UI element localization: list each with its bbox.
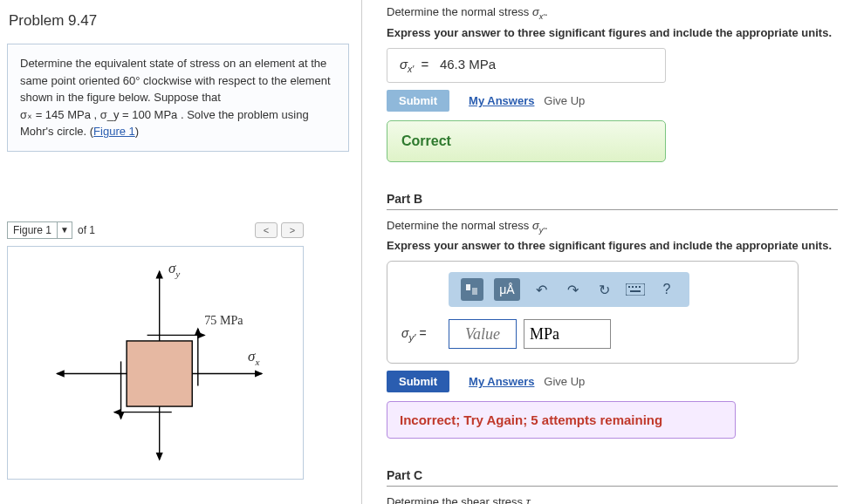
part-a-hint: Express your answer to three significant…: [387, 26, 838, 39]
part-b: Part B Determine the normal stress σy′. …: [387, 192, 838, 439]
help-icon[interactable]: ?: [656, 279, 677, 300]
part-a-give-up-link[interactable]: Give Up: [544, 94, 585, 107]
problem-title: Problem 9.47: [9, 12, 349, 30]
part-a-value: 46.3: [440, 57, 465, 72]
svg-text:σx: σx: [248, 348, 259, 367]
part-c: Part C Determine the shear stress τx′y′.: [387, 468, 838, 504]
part-b-value-input[interactable]: [449, 319, 517, 349]
part-c-instruction: Determine the shear stress τx′y′.: [387, 495, 838, 504]
figure-link[interactable]: Figure 1: [93, 125, 135, 138]
part-b-unit-input[interactable]: [524, 319, 611, 349]
figure-bar: Figure 1 ▼ of 1 < >: [7, 221, 349, 239]
svg-rect-14: [626, 283, 645, 296]
figure-selector[interactable]: Figure 1 ▼: [7, 221, 72, 239]
redo-icon[interactable]: ↷: [562, 279, 583, 300]
svg-rect-15: [628, 286, 630, 288]
part-b-hint: Express your answer to three significant…: [387, 239, 838, 252]
problem-statement: Determine the equivalent state of stress…: [7, 44, 349, 152]
figure-prev-button[interactable]: <: [255, 222, 278, 238]
svg-text:75 MPa: 75 MPa: [204, 313, 243, 327]
problem-text-3: ): [135, 125, 139, 138]
problem-text-1: Determine the equivalent state of stress…: [20, 57, 331, 104]
part-a: Determine the normal stress σx′. Express…: [387, 5, 838, 162]
stress-element-diagram: σy σx 75 MPa: [8, 247, 303, 467]
answer-toolbar: μÅ ↶ ↷ ↻ ?: [449, 272, 689, 307]
keyboard-icon[interactable]: [625, 279, 646, 300]
figure-of-text: of 1: [78, 224, 95, 236]
svg-rect-16: [632, 286, 634, 288]
right-panel: Determine the normal stress σx′. Express…: [362, 0, 850, 504]
part-b-my-answers-link[interactable]: My Answers: [469, 375, 534, 388]
part-a-submit-button[interactable]: Submit: [387, 90, 449, 112]
svg-rect-0: [127, 340, 192, 405]
figure-area: σy σx 75 MPa: [7, 246, 304, 480]
part-b-submit-button[interactable]: Submit: [387, 371, 449, 392]
svg-rect-18: [639, 286, 641, 288]
part-a-feedback-correct: Correct: [387, 120, 666, 162]
svg-rect-17: [635, 286, 637, 288]
chevron-down-icon: ▼: [58, 225, 72, 235]
part-c-header: Part C: [387, 468, 838, 487]
figure-next-button[interactable]: >: [281, 222, 304, 238]
part-b-instruction: Determine the normal stress σy′.: [387, 219, 838, 235]
part-a-instruction: Determine the normal stress σx′.: [387, 5, 838, 21]
svg-rect-19: [630, 290, 641, 292]
part-b-feedback-incorrect: Incorrect; Try Again; 5 attempts remaini…: [387, 401, 736, 439]
problem-text-2: σₓ = 145 MPa , σ_y = 100 MPa . Solve the…: [20, 108, 309, 139]
left-panel: Problem 9.47 Determine the equivalent st…: [0, 0, 362, 504]
undo-icon[interactable]: ↶: [531, 279, 552, 300]
part-b-eq-label: σy′ =: [401, 326, 442, 343]
svg-rect-13: [472, 288, 477, 295]
part-b-give-up-link[interactable]: Give Up: [544, 375, 585, 388]
svg-text:σy: σy: [168, 260, 180, 279]
part-b-header: Part B: [387, 192, 838, 210]
template-icon[interactable]: [461, 278, 483, 301]
svg-rect-12: [466, 284, 470, 290]
figure-selector-label: Figure 1: [8, 222, 58, 238]
reset-icon[interactable]: ↻: [593, 279, 614, 300]
part-a-my-answers-link[interactable]: My Answers: [469, 94, 534, 107]
part-a-unit: MPa: [469, 57, 496, 72]
part-b-answer-box: μÅ ↶ ↷ ↻ ? σy′ =: [387, 261, 799, 364]
units-icon[interactable]: μÅ: [494, 278, 520, 301]
part-a-answer-display: σx′ = 46.3 MPa: [387, 48, 666, 83]
